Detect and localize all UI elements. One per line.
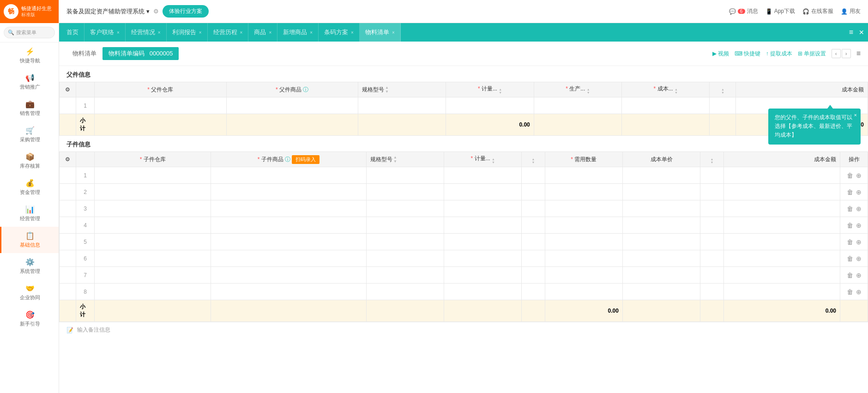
child-row-goods[interactable]	[211, 200, 367, 217]
child-row-warehouse[interactable]	[95, 184, 211, 200]
copy-row-button[interactable]: ⊕	[856, 172, 862, 179]
parent-row-unit[interactable]	[446, 97, 534, 114]
online-service-button[interactable]: 🎧 在线客服	[802, 7, 833, 15]
child-row-spec[interactable]	[366, 184, 444, 200]
parent-row-cost[interactable]	[622, 97, 710, 114]
child-row-goods[interactable]	[211, 250, 367, 267]
settings-gear-icon[interactable]: ⚙	[153, 8, 159, 15]
child-row-unit-cost[interactable]	[622, 234, 700, 250]
sidebar-item-purchase[interactable]: 🛒 采购管理	[0, 121, 59, 148]
child-row-goods[interactable]	[211, 267, 367, 284]
delete-row-button[interactable]: 🗑	[847, 205, 853, 212]
sidebar-item-inventory[interactable]: 📦 库存核算	[0, 148, 59, 174]
tab-close-all[interactable]: ✕	[857, 29, 866, 36]
child-row-qty[interactable]	[545, 234, 622, 250]
message-button[interactable]: 💬 6 消息	[729, 7, 758, 15]
child-row-warehouse[interactable]	[95, 167, 211, 184]
experience-button[interactable]: 体验行业方案	[163, 5, 209, 18]
child-row-qty[interactable]	[545, 267, 622, 284]
child-row-unit[interactable]	[444, 284, 522, 300]
child-row-warehouse[interactable]	[95, 284, 211, 300]
child-row-warehouse[interactable]	[95, 250, 211, 267]
child-row-qty[interactable]	[545, 200, 622, 217]
tab-new-goods-close[interactable]: ×	[310, 30, 313, 35]
sidebar-item-quick[interactable]: ⚡ 快捷导航	[0, 42, 59, 69]
tab-barcode-close[interactable]: ×	[351, 30, 354, 35]
tab-home[interactable]: 首页	[61, 23, 84, 42]
child-row-goods[interactable]	[211, 217, 367, 234]
child-row-unit-cost[interactable]	[622, 217, 700, 234]
child-row-spec[interactable]	[366, 267, 444, 284]
copy-row-button[interactable]: ⊕	[856, 272, 862, 279]
child-row-warehouse[interactable]	[95, 267, 211, 284]
child-row-goods[interactable]	[211, 284, 367, 300]
child-row-unit-cost[interactable]	[622, 200, 700, 217]
delete-row-button[interactable]: 🗑	[847, 188, 853, 196]
tab-operation[interactable]: 经营情况 ×	[126, 23, 167, 42]
copy-row-button[interactable]: ⊕	[856, 288, 862, 296]
child-row-goods[interactable]	[211, 234, 367, 250]
child-row-goods[interactable]	[211, 167, 367, 184]
child-row-unit[interactable]	[444, 167, 522, 184]
column-settings-icon[interactable]: ⚙	[65, 86, 70, 93]
tab-profit-close[interactable]: ×	[199, 30, 202, 35]
parent-row-spec[interactable]	[358, 97, 446, 114]
tooltip-close-button[interactable]: ×	[854, 111, 857, 120]
child-row-spec[interactable]	[366, 217, 444, 234]
child-row-warehouse[interactable]	[95, 200, 211, 217]
child-row-spec[interactable]	[366, 234, 444, 250]
delete-row-button[interactable]: 🗑	[847, 288, 853, 296]
sidebar-item-marketing[interactable]: 📢 营销推广	[0, 69, 59, 95]
extract-cost-button[interactable]: ↑ 提取成本	[766, 50, 792, 58]
parent-row-warehouse[interactable]	[95, 97, 227, 114]
delete-row-button[interactable]: 🗑	[847, 238, 853, 246]
child-row-unit-cost[interactable]	[622, 267, 700, 284]
user-menu[interactable]: 👤 用友	[841, 7, 861, 15]
copy-row-button[interactable]: ⊕	[856, 222, 862, 229]
search-menu-button[interactable]: 🔍 搜索菜单	[4, 27, 55, 38]
child-row-unit[interactable]	[444, 234, 522, 250]
shortcut-button[interactable]: ⌨ 快捷键	[735, 50, 760, 58]
child-row-qty[interactable]	[545, 184, 622, 200]
copy-row-button[interactable]: ⊕	[856, 205, 862, 212]
sidebar-item-enterprise[interactable]: 🤝 企业协同	[0, 279, 59, 306]
tab-goods[interactable]: 商品 ×	[248, 23, 277, 42]
tab-goods-close[interactable]: ×	[269, 30, 271, 35]
child-row-spec[interactable]	[366, 200, 444, 217]
sidebar-item-basic[interactable]: 📋 基础信息	[0, 227, 59, 253]
child-row-qty[interactable]	[545, 250, 622, 267]
child-row-unit-cost[interactable]	[622, 184, 700, 200]
prev-arrow[interactable]: ‹	[832, 49, 841, 58]
sidebar-item-operations[interactable]: 📊 经营管理	[0, 200, 59, 227]
child-row-qty[interactable]	[545, 217, 622, 234]
view-video-button[interactable]: ▶ 视频	[712, 50, 729, 58]
delete-row-button[interactable]: 🗑	[847, 222, 853, 229]
child-row-warehouse[interactable]	[95, 217, 211, 234]
parent-row-goods[interactable]	[226, 97, 358, 114]
copy-row-button[interactable]: ⊕	[856, 255, 862, 262]
tabbar-more[interactable]: ≡	[845, 28, 857, 36]
tab-customer-close[interactable]: ×	[117, 30, 120, 35]
child-row-unit-cost[interactable]	[622, 250, 700, 267]
sidebar-item-system[interactable]: ⚙️ 系统管理	[0, 253, 59, 279]
delete-row-button[interactable]: 🗑	[847, 255, 853, 262]
breadcrumb-tab-bom-list[interactable]: 物料清单	[66, 47, 102, 60]
tab-history-close[interactable]: ×	[240, 30, 243, 35]
sidebar-item-finance[interactable]: 💰 资金管理	[0, 174, 59, 200]
child-row-spec[interactable]	[366, 167, 444, 184]
next-arrow[interactable]: ›	[842, 49, 851, 58]
system-selector[interactable]: 装备及固定资产辅助管理系统 ▾	[66, 7, 150, 16]
child-row-qty[interactable]	[545, 167, 622, 184]
single-settings-button[interactable]: ⊞ 单据设置	[798, 50, 826, 58]
child-row-unit[interactable]	[444, 184, 522, 200]
child-row-unit-cost[interactable]	[622, 167, 700, 184]
table-view-icon[interactable]: ≡	[856, 49, 861, 58]
tab-bom-close[interactable]: ×	[392, 30, 395, 35]
parent-row-production[interactable]	[534, 97, 621, 114]
tab-new-goods[interactable]: 新增商品 ×	[277, 23, 319, 42]
sidebar-item-sales[interactable]: 💼 销售管理	[0, 95, 59, 121]
tab-history[interactable]: 经营历程 ×	[208, 23, 249, 42]
child-row-goods[interactable]	[211, 184, 367, 200]
tab-operation-close[interactable]: ×	[158, 30, 161, 35]
child-column-settings-icon[interactable]: ⚙	[65, 156, 70, 163]
